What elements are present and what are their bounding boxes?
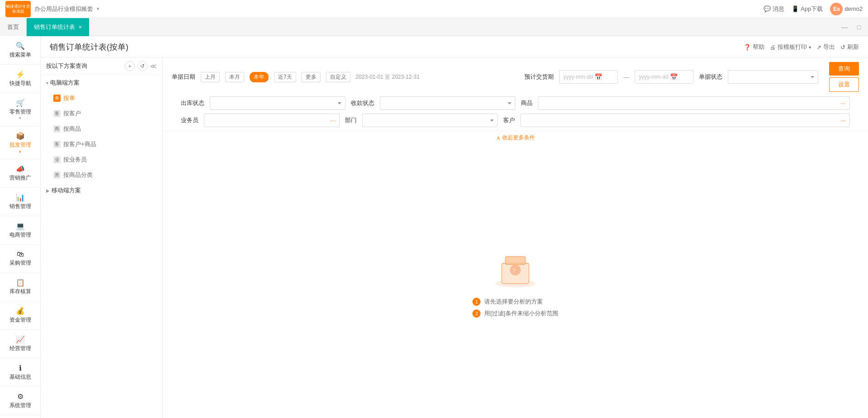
date-btn-7days[interactable]: 近7天 <box>274 72 296 82</box>
scheme-item-by-order[interactable]: 单 按单 <box>41 90 162 106</box>
sidebar-item-label: 经营管理 <box>9 345 31 352</box>
status-label: 单据状态 <box>699 73 722 81</box>
message-button[interactable]: 💬 消息 <box>764 5 784 13</box>
tab-maximize-button[interactable]: □ <box>854 22 864 33</box>
delivery-date-start-input[interactable]: yyyy-mm-dd 📅 <box>559 70 618 84</box>
date-btn-more[interactable]: 更多 <box>302 72 321 82</box>
delivery-date-end-input[interactable]: yyyy-mm-dd 📅 <box>635 70 693 84</box>
filter-row-date: 单据日期 上月 本月 本年 近7天 更多 自定义 2023-01-01 至 20… <box>172 62 859 92</box>
print-label: 按模板打印 <box>778 43 807 51</box>
sidebar-item-management[interactable]: 📈 经营管理 <box>0 330 40 358</box>
main-body: 按以下方案查询 ＋ ↺ ≪ ▾ 电脑端方案 单 按单 <box>41 57 868 418</box>
delivery-status-select[interactable] <box>210 96 345 110</box>
system-icon: ⚙ <box>17 392 24 401</box>
scheme-panel: 按以下方案查询 ＋ ↺ ≪ ▾ 电脑端方案 单 按单 <box>41 57 163 418</box>
scheme-add-button[interactable]: ＋ <box>125 61 135 71</box>
sidebar-item-label: 批发管理 <box>9 141 31 149</box>
customer-more-icon[interactable]: ··· <box>840 117 846 124</box>
logo-text: 畅捷通好生意 <box>6 4 30 9</box>
topbar-right: 💬 消息 📱 App下载 Ea demo2 <box>764 3 863 15</box>
page-title: 销售订单统计表(按单) <box>50 42 128 52</box>
retail-arrow-icon: ▾ <box>19 116 21 120</box>
user-profile[interactable]: Ea demo2 <box>830 3 863 15</box>
sidebar-item-marketing[interactable]: 📣 营销推广 <box>0 159 40 188</box>
scheme-refresh-button[interactable]: ↺ <box>137 61 147 71</box>
date-label: 单据日期 <box>172 73 195 81</box>
sidebar-item-finance[interactable]: 💰 资金管理 <box>0 301 40 330</box>
tabbar: 首页 销售订单统计表 × — □ <box>0 18 868 36</box>
export-button[interactable]: ↗ 导出 <box>816 43 835 51</box>
retail-icon: 🛒 <box>16 99 25 107</box>
purchase-icon: 🛍 <box>17 250 24 258</box>
department-select[interactable] <box>362 114 498 127</box>
topbar: 畅捷通好生意 标准版 办公用品行业模拟账套 ▾ 💬 消息 📱 App下载 Ea … <box>0 0 868 18</box>
date-btn-last-month[interactable]: 上月 <box>201 72 220 82</box>
tab-home[interactable]: 首页 <box>0 18 27 36</box>
settings-button[interactable]: 设置 <box>829 77 859 92</box>
status-chevron-icon <box>811 76 814 78</box>
sidebar-item-ecommerce[interactable]: 💻 电商管理 <box>0 216 40 245</box>
salesperson-more-icon[interactable]: ··· <box>330 117 335 124</box>
customer-select[interactable]: ··· <box>520 114 850 127</box>
sidebar-item-sales[interactable]: 📊 销售管理 <box>0 188 40 216</box>
step-2-text: 用[过滤]条件来缩小分析范围 <box>484 309 558 318</box>
message-icon: 💬 <box>764 5 771 12</box>
tab-active-label: 销售订单统计表 <box>34 23 75 31</box>
goods-select[interactable]: ··· <box>538 96 850 110</box>
refresh-button[interactable]: ↺ 刷新 <box>840 43 859 51</box>
sidebar-item-label: 资金管理 <box>9 316 31 324</box>
by-order-icon: 单 <box>53 95 61 102</box>
scheme-item-by-customer-goods[interactable]: 客 按客户+商品 <box>41 137 162 152</box>
step-1-text: 请先选择要分析的方案 <box>484 298 543 306</box>
sidebar-item-basic-info[interactable]: ℹ 基础信息 <box>0 358 40 387</box>
date-btn-this-month[interactable]: 本月 <box>225 72 244 82</box>
sidebar-item-label: 基础信息 <box>9 373 31 381</box>
sidebar-item-label: 库存核算 <box>9 288 31 295</box>
delivery-date-end-placeholder: yyyy-mm-dd <box>639 74 668 80</box>
payment-status-select[interactable] <box>380 96 515 110</box>
scheme-section-mobile[interactable]: ▶ 移动端方案 <box>41 183 162 198</box>
sidebar-item-search-menu[interactable]: 🔍 搜索菜单 <box>0 36 40 65</box>
action-buttons: 查询 设置 <box>824 62 859 92</box>
topbar-left: 畅捷通好生意 标准版 办公用品行业模拟账套 ▾ <box>5 1 99 17</box>
scheme-collapse-button[interactable]: ≪ <box>150 62 157 70</box>
sidebar-item-inventory[interactable]: 📋 库存核算 <box>0 273 40 301</box>
scheme-item-by-customer[interactable]: 客 按客户 <box>41 106 162 121</box>
scheme-item-by-salesperson[interactable]: 业 按业务员 <box>41 152 162 167</box>
tab-close-button[interactable]: × <box>79 24 82 30</box>
goods-more-icon[interactable]: ··· <box>840 100 846 107</box>
sidebar-item-enterprise[interactable]: 🤝 企业协同 <box>0 415 40 418</box>
app-icon: 📱 <box>792 5 799 12</box>
scheme-header-title: 按以下方案查询 <box>46 62 122 70</box>
app-download-button[interactable]: 📱 App下载 <box>792 5 823 13</box>
print-button[interactable]: 🖨 按模板打印 ▾ <box>770 43 811 51</box>
goods-label: 商品 <box>521 99 533 107</box>
sidebar-item-quick-nav[interactable]: ⚡ 快捷导航 <box>0 65 40 93</box>
topbar-dropdown-icon[interactable]: ▾ <box>97 6 99 12</box>
logo-subtext: 标准版 <box>12 9 24 14</box>
print-icon: 🖨 <box>770 44 776 51</box>
sidebar-item-system[interactable]: ⚙ 系统管理 <box>0 387 40 415</box>
scheme-section-pc[interactable]: ▾ 电脑端方案 <box>41 75 162 90</box>
date-btn-this-year[interactable]: 本年 <box>250 72 269 82</box>
department-arrow <box>490 119 494 122</box>
status-select[interactable] <box>728 70 818 84</box>
scheme-panel-header: 按以下方案查询 ＋ ↺ ≪ <box>41 57 162 75</box>
sidebar-item-purchase[interactable]: 🛍 采购管理 <box>0 245 40 273</box>
help-button[interactable]: ❓ 帮助 <box>744 43 764 51</box>
salesperson-select[interactable]: ··· <box>204 114 340 127</box>
collapse-bar[interactable]: ∧ 收起更多条件 <box>163 131 868 144</box>
scheme-item-by-category[interactable]: 类 按商品分类 <box>41 167 162 183</box>
date-btn-custom[interactable]: 自定义 <box>326 72 350 82</box>
by-goods-icon: 商 <box>53 125 61 133</box>
by-cat-label: 按商品分类 <box>63 171 93 179</box>
tab-minimize-button[interactable]: — <box>839 22 850 33</box>
sidebar-item-wholesale[interactable]: 📦 批发管理 ▴ <box>0 126 40 159</box>
by-customer-label: 按客户 <box>63 109 81 118</box>
scheme-item-by-goods[interactable]: 商 按商品 <box>41 121 162 137</box>
sidebar-item-retail[interactable]: 🛒 零售管理 ▾ <box>0 93 40 126</box>
tab-sales-order[interactable]: 销售订单统计表 × <box>27 18 89 36</box>
sidebar-item-label: 快捷导航 <box>9 80 31 87</box>
scheme-mobile-arrow: ▶ <box>46 188 50 193</box>
query-button[interactable]: 查询 <box>829 62 859 76</box>
